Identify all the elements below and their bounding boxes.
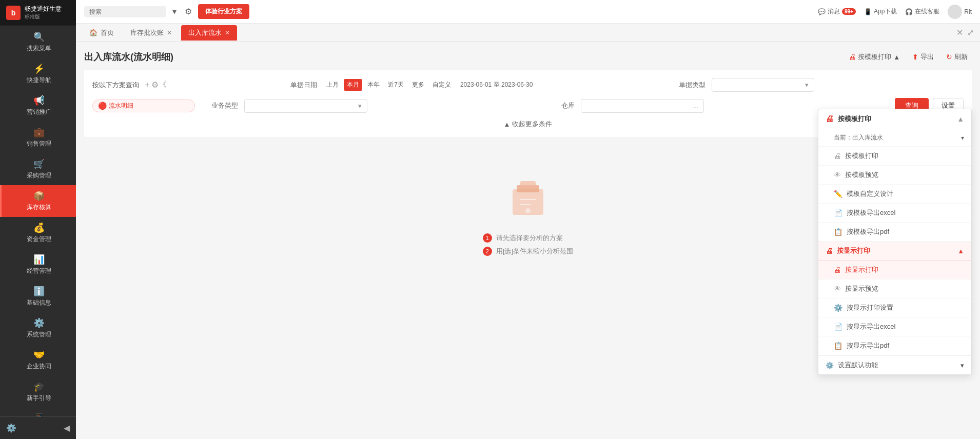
date-label: 单据日期 [290,81,317,90]
search-input[interactable] [84,6,166,17]
dropdown-current: 当前：出入库流水 ▾ [818,129,971,147]
page-header: 出入库流水(流水明细) 🖨 按模板打印 ▲ ⬆ 导出 ↻ 刷新 [84,50,972,64]
doc-type-label: 单据类型 [679,81,705,90]
topbar-right: 💬 消息 99+ 📱 App下载 🎧 在线客服 Rit [818,5,972,19]
filter-add-btn[interactable]: ＋ [143,79,151,90]
sidebar-item-inventory[interactable]: 📦 库存核算 [0,185,76,217]
dropdown-footer-set-default[interactable]: ⚙️ 设置默认功能 ▾ [818,355,971,374]
dropdown-item-display-preview[interactable]: 👁 按显示预览 [818,280,971,298]
warehouse-more-icon: ... [693,102,698,110]
tab-flow-close-icon[interactable]: ✕ [225,29,230,36]
tab-home[interactable]: 🏠 首页 [82,25,121,41]
trial-btn[interactable]: 体验行业方案 [198,4,249,19]
dropdown-section-display[interactable]: 🖨 按显示打印 ▲ [818,242,971,261]
tab-flow[interactable]: 出入库流水 ✕ [181,25,237,41]
sidebar-item-guide[interactable]: 🎓 新手引导 [0,376,76,408]
user-name: Rit [964,8,972,15]
warehouse-select[interactable]: ... [581,99,704,113]
system-icon: ⚙️ [33,317,45,329]
sidebar-item-basic-info[interactable]: ℹ️ 基础信息 [0,281,76,312]
dropdown-item-display-print[interactable]: 🖨 按显示打印 [818,261,971,280]
tabs-bar: 🏠 首页 库存批次账 ✕ 出入库流水 ✕ ✕ ⤢ [76,24,980,42]
warehouse-label: 仓库 [561,101,575,110]
svg-point-5 [525,208,531,213]
empty-step-2: 2 用[选]条件来缩小分析范围 [483,247,573,256]
sidebar-item-label: 基础信息 [27,298,51,307]
filter-collapse-btn[interactable]: 《 [159,79,167,90]
message-btn[interactable]: 💬 消息 99+ [818,7,856,16]
collapse-more-btn[interactable]: ▲ 收起更多条件 [504,119,553,129]
step-num-2: 2 [483,247,492,256]
headset-icon: 🎧 [905,8,913,15]
display-section-chevron: ▲ [957,247,964,255]
sidebar-item-quick-nav[interactable]: ⚡ 快捷导航 [0,58,76,90]
sidebar-item-app-center[interactable]: 📱 应用中心 [0,408,76,416]
sidebar-item-enterprise[interactable]: 🤝 企业协同 [0,344,76,376]
date-this-year-btn[interactable]: 本年 [364,79,383,91]
template-print-label: 按模板打印 [845,151,878,161]
refresh-btn[interactable]: ↻ 刷新 [942,50,972,64]
dropdown-item-display-export-pdf[interactable]: 📋 按显示导出pdf [818,336,971,355]
finance-icon: 💰 [33,222,45,233]
sidebar-item-finance[interactable]: 💰 资金管理 [0,217,76,249]
avatar [948,5,962,19]
sidebar-item-search-menu[interactable]: 🔍 搜索菜单 [0,26,76,58]
sidebar-item-label: 销售管理 [27,139,51,148]
sidebar-item-sales[interactable]: 💼 销售管理 [0,122,76,153]
sidebar-item-purchase[interactable]: 🛒 采购管理 [0,153,76,185]
filter-tag[interactable]: 🔴 流水明细 [92,99,195,112]
sidebar-item-label: 资金管理 [27,235,51,244]
page-header-actions: 🖨 按模板打印 ▲ ⬆ 导出 ↻ 刷新 [845,50,972,64]
business-type-select[interactable]: ▾ [244,99,367,113]
date-this-month-btn[interactable]: 本月 [344,79,362,91]
dropdown-item-template-custom[interactable]: ✏️ 模板自定义设计 [818,185,971,204]
filter-settings-btn[interactable]: ⚙ [151,80,159,90]
sidebar-item-system[interactable]: ⚙️ 系统管理 [0,312,76,344]
sidebar-item-marketing[interactable]: 📢 营销推广 [0,90,76,122]
sidebar: b 畅捷通好生意 标准版 🔍 搜索菜单 ⚡ 快捷导航 📢 营销推广 💼 销售管理… [0,0,76,439]
display-preview-label: 按显示预览 [845,284,878,293]
sidebar-item-operations[interactable]: 📊 经营管理 [0,249,76,281]
dropdown-item-template-export-pdf[interactable]: 📋 按模板导出pdf [818,223,971,242]
print-template-btn[interactable]: 🖨 按模板打印 ▲ [845,50,904,64]
online-service-btn[interactable]: 🎧 在线客服 [905,7,939,16]
template-export-excel-icon: 📄 [834,209,842,217]
dropdown-item-display-export-excel[interactable]: 📄 按显示导出excel [818,317,971,336]
display-export-excel-icon: 📄 [834,323,842,331]
dropdown-item-display-print-settings[interactable]: ⚙️ 按显示打印设置 [818,298,971,317]
close-tab-btn[interactable]: ✕ [956,28,963,37]
logo-sub: 标准版 [25,13,62,21]
dropdown-item-template-export-excel[interactable]: 📄 按模板导出excel [818,204,971,223]
maximize-tab-btn[interactable]: ⤢ [967,28,974,37]
display-print-settings-label: 按显示打印设置 [847,303,893,312]
settings-bottom-icon[interactable]: ⚙️ [6,423,16,433]
date-range: 2023-06-01 至 2023-06-30 [460,81,533,89]
user-profile-btn[interactable]: Rit [948,5,972,19]
gear-footer-icon: ⚙️ [826,362,834,369]
dropdown-item-template-preview[interactable]: 👁 按模板预览 [818,166,971,185]
date-last-7-days-btn[interactable]: 近7天 [385,79,407,91]
inventory-icon: 📦 [33,190,45,202]
sidebar-item-label: 采购管理 [27,171,51,180]
filter-date-section: 单据日期 上月 本月 本年 近7天 更多 自定义 2023-06-01 至 20… [290,79,670,91]
search-dropdown-btn[interactable]: ▾ [170,5,179,18]
tab-batch-account[interactable]: 库存批次账 ✕ [123,25,179,41]
export-btn[interactable]: ⬆ 导出 [908,50,938,64]
collapse-sidebar-icon[interactable]: ◀ [64,423,70,433]
tab-batch-account-close-icon[interactable]: ✕ [167,29,172,36]
app-download-btn[interactable]: 📱 App下载 [864,7,897,16]
tab-flow-label: 出入库流水 [188,28,222,37]
settings-topbar-btn[interactable]: ⚙ [183,5,194,18]
date-custom-btn[interactable]: 自定义 [429,79,454,91]
filter-label-section: 按以下方案查询 ＋ ⚙ 《 [92,79,282,90]
date-more-btn[interactable]: 更多 [409,79,427,91]
sidebar-item-label: 新手引导 [27,394,51,403]
step-num-1: 1 [483,233,492,243]
tabs-right: ✕ ⤢ [956,28,974,37]
guide-icon: 🎓 [33,381,45,392]
doc-type-select[interactable]: ▾ [712,78,814,92]
display-print-icon: 🖨 [834,266,841,274]
date-last-month-btn[interactable]: 上月 [323,79,342,91]
empty-illustration [502,174,554,225]
dropdown-item-template-print[interactable]: 🖨 按模板打印 [818,147,971,166]
